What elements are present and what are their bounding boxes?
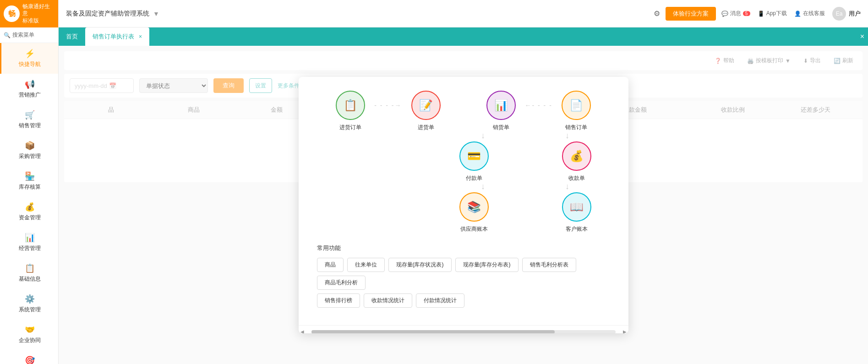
header-right: 💬 消息 5 📱 App下载 👤 在线客服 Ea 用户 [721,7,861,21]
payment-bill-icon: 💳 [459,141,489,171]
purchase-bill-node[interactable]: 📝 进货单 [411,91,441,131]
service-icon: 👤 [794,11,801,17]
sidebar-item-inventory[interactable]: 🏪 库存核算 [0,166,58,196]
sidebar-item-marketing[interactable]: 📢 营销推广 [0,74,58,104]
user-avatar: Ea [832,7,846,21]
receipt-bill-label: 收款单 [568,174,585,182]
third-spacer [498,182,553,190]
settings-icon[interactable]: ⚙ [654,9,660,18]
down-arrow-left: ↓ [469,131,498,140]
flow-diagram: 📋 进货订单 - - - -→ 📝 进货单 [317,91,610,233]
basic-icon: 📋 [25,263,35,273]
sidebar-logo: 畅 畅康通好生意 标准版 [0,0,58,27]
func-btn-partner[interactable]: 往来单位 [347,258,385,272]
sidebar-item-purchase[interactable]: 📦 采购管理 [0,135,58,166]
customer-account-node[interactable]: 📖 客户账本 [562,192,591,233]
system-dropdown-icon[interactable]: ▼ [153,10,159,17]
main-content: 装备及固定资产辅助管理系统 ▼ ⚙ 体验行业方案 💬 消息 5 📱 App下载 … [59,0,868,364]
scroll-left-arrow[interactable]: ◀ [299,328,306,333]
func-btn-sales-analysis[interactable]: 销售毛利分析表 [522,258,576,272]
supplier-account-icon: 📚 [459,192,489,222]
tab-home[interactable]: 首页 [59,27,85,46]
sidebar-item-operation[interactable]: 📊 经营管理 [0,227,58,258]
supplier-account-node[interactable]: 📚 供应商账本 [459,192,489,233]
supplier-node-wrapper: 📚 供应商账本 [450,192,498,233]
arrow-h2: ←- - - - [525,102,552,109]
system-icon: ⚙️ [25,294,35,304]
sales-order-label: 销售订单 [565,124,587,131]
online-service-button[interactable]: 👤 在线客服 [794,10,825,17]
arrow-h1: - - - -→ [374,102,402,109]
enterprise-icon: 🤝 [25,325,35,335]
func-btn-stock-status[interactable]: 现存量(库存状况表) [388,258,452,272]
guide-icon: 🎯 [25,355,35,364]
tabbar-close-button[interactable]: × [860,33,864,41]
payment-bill-label: 付款单 [466,174,482,182]
func-btn-product[interactable]: 商品 [317,258,344,272]
experience-button[interactable]: 体验行业方案 [666,7,716,21]
system-title: 装备及固定资产辅助管理系统 ▼ [66,10,648,18]
modal-body: 📋 进货订单 - - - -→ 📝 进货单 [299,77,628,325]
supplier-account-label: 供应商账本 [460,225,488,233]
func-btn-receipt-stat[interactable]: 收款情况统计 [364,293,412,308]
tab-sales-order[interactable]: 销售订单执行表 × [85,27,149,46]
sidebar-item-enterprise[interactable]: 🤝 企业协同 [0,319,58,350]
purchase-order-icon: 📋 [336,91,365,120]
sidebar-search[interactable]: 🔍 搜索菜单 [0,27,58,43]
sidebar-item-system[interactable]: ⚙️ 系统管理 [0,288,58,319]
sales-order-node[interactable]: 📄 销售订单 [562,91,591,131]
flow-second-row: 💳 付款单 💰 收款单 [317,141,610,182]
sales-bill-label: 销货单 [493,124,509,131]
sales-bill-node[interactable]: 📊 销货单 [486,91,516,131]
logo-text: 畅康通好生意 标准版 [22,3,55,25]
user-area[interactable]: Ea 用户 [832,7,861,21]
left-flow-group: 📋 进货订单 - - - -→ 📝 进货单 [327,91,449,131]
tab-close-icon[interactable]: × [139,33,142,40]
sales-icon: 🛒 [25,110,35,120]
sidebar-item-basic[interactable]: 📋 基础信息 [0,258,58,288]
right-flow-group: 📊 销货单 ←- - - - 📄 销售订单 [477,91,600,131]
flow-mid-arrows: ↓ ↓ [317,131,610,140]
sidebar-item-guide[interactable]: 🎯 新手引导 [0,350,58,364]
common-functions: 常用功能 商品 往来单位 现存量(库存状况表) 现存量(库存分布表) 销售毛利分… [317,244,610,308]
sidebar: 畅 畅康通好生意 标准版 🔍 搜索菜单 ⚡ 快捷导航 📢 营销推广 🛒 销售管理… [0,0,59,364]
func-btn-stock-dist[interactable]: 现存量(库存分布表) [455,258,519,272]
purchase-order-node[interactable]: 📋 进货订单 [336,91,365,131]
second-spacer [498,141,553,182]
app-download-button[interactable]: 📱 App下载 [758,10,787,17]
purchase-order-label: 进货订单 [339,124,361,131]
quick-nav-icon: ⚡ [25,49,35,59]
modal-scrollbar[interactable]: ◀ ▶ [299,325,628,333]
down-arrow-left2: ↓ [469,182,498,190]
logo-icon: 畅 [4,5,20,22]
mid-spacer [498,131,553,140]
sidebar-item-finance[interactable]: 💰 资金管理 [0,196,58,227]
tab-bar: 首页 销售订单执行表 × × [59,27,868,46]
scroll-right-arrow[interactable]: ▶ [621,328,628,333]
sidebar-item-sales[interactable]: 🛒 销售管理 [0,104,58,135]
sales-bill-icon: 📊 [486,91,516,120]
flow-third-row: 📚 供应商账本 📖 客户账本 [317,192,610,233]
function-buttons-row2: 销售排行榜 收款情况统计 付款情况统计 [317,293,610,308]
sales-order-icon: 📄 [562,91,591,120]
marketing-icon: 📢 [25,79,35,89]
payment-bill-node[interactable]: 💳 付款单 [459,141,489,182]
purchase-bill-label: 进货单 [418,124,434,131]
down-arrow-right2: ↓ [553,182,582,190]
func-btn-product-analysis[interactable]: 商品毛利分析 [317,276,366,290]
receipt-bill-node[interactable]: 💰 收款单 [562,141,591,182]
customer-account-icon: 📖 [562,192,591,222]
modal-overlay[interactable]: 📋 进货订单 - - - -→ 📝 进货单 [59,46,868,364]
func-btn-payment-stat[interactable]: 付款情况统计 [416,293,464,308]
message-icon: 💬 [721,11,728,17]
inventory-icon: 🏪 [25,171,35,181]
message-button[interactable]: 💬 消息 5 [721,10,750,17]
purchase-bill-icon: 📝 [411,91,441,120]
app-icon: 📱 [758,11,764,17]
func-btn-sales-rank[interactable]: 销售排行榜 [317,293,360,308]
arrow-right: - - - -→ [374,102,402,120]
operation-icon: 📊 [25,233,35,243]
sidebar-item-quick-nav[interactable]: ⚡ 快捷导航 [0,43,58,74]
common-functions-title: 常用功能 [317,244,610,252]
scroll-track [311,330,616,333]
